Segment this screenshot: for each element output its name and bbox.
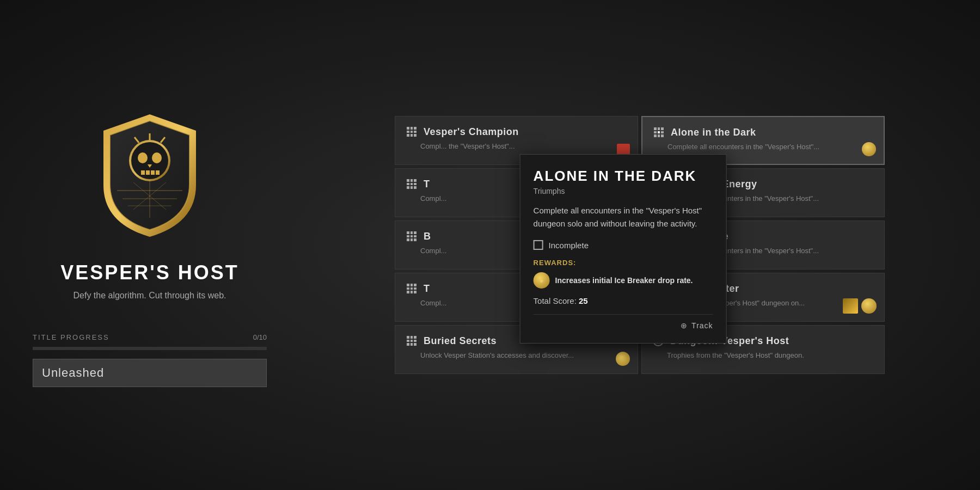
incomplete-checkbox[interactable] [534,240,543,250]
grid3x3-icon [654,127,664,137]
coin-symbol: ● [539,276,543,285]
reward-coin-icon [862,142,876,156]
score-value: 25 [579,296,588,305]
card-title: Buried Secrets [424,335,497,347]
tooltip-title: ALONE IN THE DARK [534,168,713,185]
card-rewards [862,142,876,156]
track-button[interactable]: Track [691,321,713,330]
card-header: Alone in the Dark [652,126,874,139]
card-title: Alone in the Dark [671,127,756,138]
grid3x3-icon4 [407,231,416,241]
card-title: T [424,179,430,190]
card-title: T [424,283,430,295]
dungeon-subtitle: Defy the algorithm. Cut through its web. [73,291,226,301]
triumph-grid-icon [405,282,418,295]
svg-rect-6 [151,170,155,175]
reward-row: ● Increases initial Ice Breaker drop rat… [534,272,713,289]
progress-label: TITLE PROGRESS [33,333,109,341]
triumph-tooltip: ALONE IN THE DARK Triumphs Complete all … [520,154,727,344]
svg-point-3 [152,152,162,163]
reward-text: Increases initial Ice Breaker drop rate. [555,276,693,285]
main-container: VESPER'S HOST Defy the algorithm. Cut th… [0,0,980,490]
reward-exotic-icon [843,298,858,314]
score-label: Total Score: [534,296,579,305]
triumph-grid-icon [405,334,418,347]
status-label: Incomplete [549,240,589,249]
svg-rect-7 [156,170,160,175]
reward-coin-icon2 [861,298,877,314]
card-rewards [843,298,877,314]
card-title: Vesper's Champion [424,126,519,138]
right-panel: Vesper's Champion Compl... the "Vesper's… [299,0,980,490]
progress-row: TITLE PROGRESS 0/10 [22,333,278,341]
triumph-grid-icon [405,230,418,243]
dungeon-title: VESPER'S HOST [60,261,239,284]
track-row: ⊕ Track [534,314,713,330]
left-panel: VESPER'S HOST Defy the algorithm. Cut th… [0,0,299,490]
card-desc: Trophies from the "Vesper's Host" dungeo… [652,351,874,360]
reward-coin-icon3 [616,352,630,366]
rewards-header: REWARDS: [534,259,713,267]
reward-coin-large: ● [534,272,550,289]
score-row: Total Score: 25 [534,296,713,305]
tooltip-status-row: Incomplete [534,240,713,250]
grid3x3-icon [407,127,416,137]
progress-bar [33,347,267,350]
dungeon-emblem [95,109,204,240]
triumph-grid-icon [405,125,418,138]
svg-rect-5 [146,170,150,175]
svg-rect-4 [141,170,145,175]
title-badge: Unleashed [33,359,267,387]
emblem-container [90,103,210,245]
triumph-grid-icon [405,177,418,191]
card-desc: Unlock Vesper Station's accesses and dis… [405,351,628,360]
tooltip-category: Triumphs [534,187,713,195]
card-desc: Complete all encounters in the "Vesper's… [652,142,874,152]
card-rewards [616,352,630,366]
grid3x3-icon8 [407,336,416,346]
svg-point-2 [138,152,148,163]
card-title: B [424,231,431,242]
card-desc: Compl... the "Vesper's Host"... [405,142,628,151]
grid3x3-icon6 [407,284,416,293]
progress-count: 0/10 [253,333,267,341]
card-header: Vesper's Champion [405,125,628,138]
track-icon: ⊕ [681,321,687,330]
triumph-grid-icon [652,126,665,139]
tooltip-description: Complete all encounters in the "Vesper's… [534,204,713,230]
grid3x3-icon2 [407,179,416,189]
